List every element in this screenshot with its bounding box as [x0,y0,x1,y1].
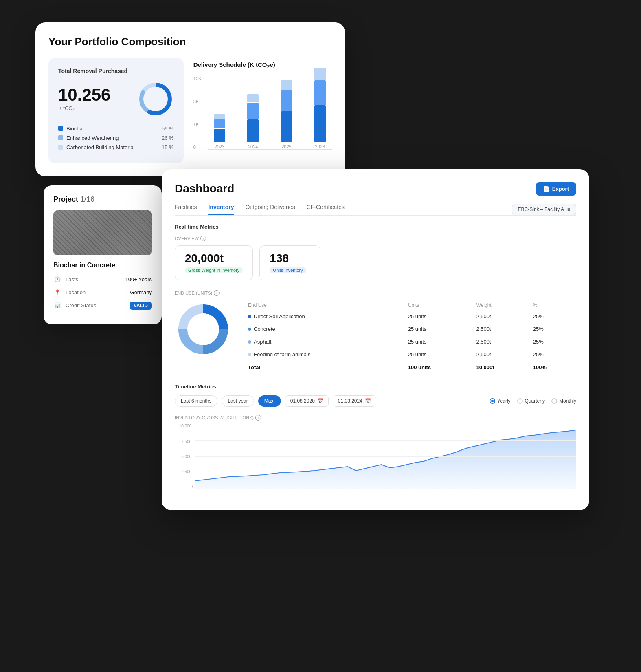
y-0: 0 [175,485,193,489]
total-label: Total [245,361,405,374]
dot-direct-soil [248,315,251,318]
total-removal-section: Total Removal Purchased 10.256 K tCO₂ [48,58,184,163]
table-row: Concrete 25 units 2,500t 25% [245,323,576,335]
area-chart [195,424,576,489]
dashboard-title: Dashboard [175,182,234,195]
area-fill [195,430,576,489]
project-heading: Project 1/16 [53,195,152,204]
portfolio-title: Your Portfolio Composition [48,35,332,48]
bar-2025: 2025 [274,80,298,149]
radio-quarterly[interactable]: Quarterly [517,398,545,404]
total-units: 100 units [405,361,473,374]
pct-asphalt: 25% [530,335,576,348]
bar-2023-mid [214,119,225,128]
pct-farm: 25% [530,348,576,361]
weight-farm: 2,500t [473,348,530,361]
chart-icon: 📊 [53,302,61,310]
credit-label: Credit Status [66,302,125,308]
chart-label: INVENTORY GROSS WEIGHT (TONS) [175,415,254,420]
bar-2023-light [214,114,225,119]
radio-monthly-circle [551,398,557,404]
y-7500: 7,500t [175,439,193,444]
bar-2024-dark [247,119,259,142]
project-location: 📍 Location Germany [53,289,152,297]
units-direct-soil: 25 units [405,310,473,323]
facility-filter-dropdown[interactable]: EBC-Sink – Facility A ≡ [512,204,576,215]
dashboard-card: Dashboard 📄 Export Facilities Inventory … [162,169,589,511]
end-use-label: END USE (UNITS) [175,291,212,295]
export-label: Export [552,186,569,192]
gross-weight-value: 20,000t [185,252,243,265]
date-to-input[interactable]: 01.03.2024 📅 [333,395,376,407]
timeline-controls: Last 6 months Last year Max. 01.08.2020 … [175,395,576,407]
dashboard-header: Dashboard 📄 Export [175,182,576,196]
realtime-metrics-label: Real-time Metrics [175,224,576,230]
time-btn-last6months[interactable]: Last 6 months [175,395,217,407]
pct-direct-soil: 25% [530,310,576,323]
bar-2026-light [314,68,326,80]
radio-yearly-inner [491,400,494,402]
pct-concrete: 25% [530,323,576,335]
weight-concrete: 2,500t [473,323,530,335]
dot-asphalt [248,340,251,344]
export-button[interactable]: 📄 Export [536,182,576,196]
project-image [53,210,152,255]
end-use-section: END USE (UNITS) i [175,290,576,374]
clock-icon: 🕐 [53,275,61,284]
col-pct: % [530,301,576,310]
calendar-icon-2: 📅 [365,398,371,404]
delivery-chart: 10K 5K 1K 0 2023 [193,76,332,158]
legend-biochar: Biochar [66,126,84,132]
location-icon: 📍 [53,289,61,297]
y-label-5k: 5K [193,99,202,104]
radio-yearly[interactable]: Yearly [490,398,511,404]
y-2500: 2,500t [175,469,193,474]
date-to-value: 01.03.2024 [338,398,362,404]
filter-icon: ≡ [567,207,570,212]
tab-inventory[interactable]: Inventory [208,204,234,215]
col-end-use: End Use [245,301,405,310]
date-from-input[interactable]: 01.08.2020 📅 [285,395,329,407]
bar-2023-label: 2023 [215,144,224,149]
lasts-value: 100+ Years [125,276,152,282]
total-row: Total 100 units 10,000t 100% [245,361,576,374]
tab-facilities[interactable]: Facilities [175,204,197,215]
overview-label: OVERVIEW [175,236,199,241]
tab-cf-certificates[interactable]: CF-Certificates [307,204,345,215]
table-row: Feeding of farm animals 25 units 2,500t … [245,348,576,361]
tab-outgoing-deliveries[interactable]: Outgoing Deliveries [245,204,295,215]
radio-monthly[interactable]: Monthly [551,398,576,404]
units-concrete: 25 units [405,323,473,335]
time-btn-lastyear[interactable]: Last year [222,395,254,407]
dashboard-tabs: Facilities Inventory Outgoing Deliveries… [175,204,576,216]
dot-farm [248,353,251,356]
bar-2025-dark [281,111,292,142]
portfolio-card: Your Portfolio Composition Total Removal… [35,22,345,176]
bar-2023: 2023 [208,114,231,149]
location-label: Location [66,289,126,295]
portfolio-donut [137,81,174,117]
chart-info-icon: i [255,415,261,421]
bar-2026-label: 2026 [315,144,325,149]
y-label-1k: 1K [193,122,202,127]
y-10000: 10,000t [175,424,193,428]
bar-2024-light [247,94,259,102]
bar-2026-mid [314,80,326,105]
bar-2026: 2026 [308,68,332,149]
weight-direct-soil: 2,500t [473,310,530,323]
metric-gross-weight: 20,000t Gross Weight in Inventory [175,245,253,281]
removal-value: 10.256 [58,86,110,104]
col-weight: Weight [473,301,530,310]
radio-yearly-circle [490,398,495,404]
project-credit-status: 📊 Credit Status VALID [53,302,152,310]
bar-2025-label: 2025 [281,144,291,149]
y-label-10k: 10K [193,76,202,81]
bar-2026-dark [314,105,326,142]
time-btn-max[interactable]: Max. [258,395,281,407]
bar-2023-dark [214,129,225,142]
legend-building-pct: 15 % [162,144,174,150]
bar-2025-mid [281,90,292,111]
timeline-label: Timeline Metrics [175,383,576,390]
delivery-schedule-section: Delivery Schedule (K tCO2e) 10K 5K 1K 0 [193,58,332,163]
location-value: Germany [130,289,152,295]
